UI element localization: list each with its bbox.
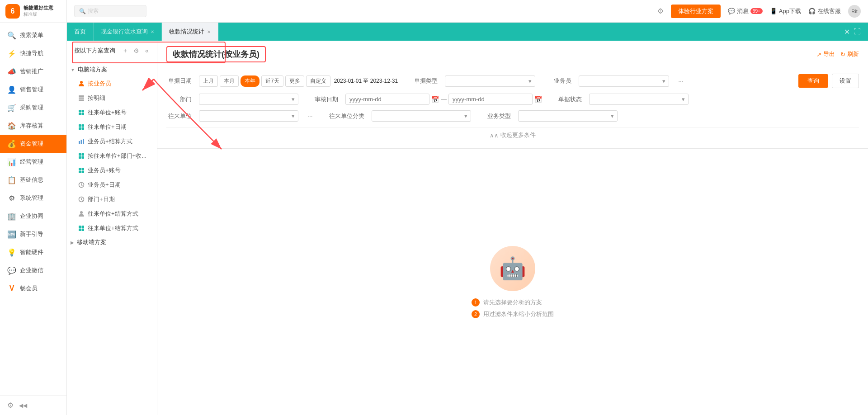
settings-scheme-icon[interactable]: ⚙: [132, 46, 141, 55]
scheme-item-salesperson-settlement-label: 业务员+结算方式: [88, 137, 132, 146]
tab-bank-flow[interactable]: 现金银行流水查询 ✕: [94, 23, 162, 41]
review-date-end[interactable]: [448, 94, 533, 105]
sidebar-item-enterprise[interactable]: 🏢 企业协同: [0, 207, 66, 225]
sidebar-item-sales[interactable]: 👤 销售管理: [0, 80, 66, 99]
notification-label: 消息: [737, 7, 749, 15]
sidebar-menu: 🔍 搜索菜单 ⚡ 快捷导航 📣 营销推广 👤 销售管理 🛒 采购管理 🏠 库存核…: [0, 23, 66, 395]
sidebar-item-label: 系统管理: [20, 194, 43, 202]
scheme-item-unit-date-label: 往来单位+日期: [88, 123, 127, 131]
person-scheme-icon: [78, 80, 85, 87]
scheme-item-by-salesperson[interactable]: 按业务员: [67, 76, 157, 91]
empty-state: 🤖 1 请先选择要分析的方案 2 用过滤条件来缩小分析范围: [157, 149, 868, 415]
counterpart-select[interactable]: [199, 110, 298, 122]
scheme-item-unit-dept-collect[interactable]: 按往来单位+部门+收...: [67, 149, 157, 163]
sidebar-item-system[interactable]: ⚙ 系统管理: [0, 189, 66, 207]
scheme-group-desktop-title[interactable]: ▼ 电脑端方案: [67, 63, 157, 76]
sidebar-settings-icon[interactable]: ⚙: [7, 401, 14, 410]
scheme-item-unit-account[interactable]: 往来单位+账号: [67, 105, 157, 120]
sidebar-item-purchase[interactable]: 🛒 采购管理: [0, 99, 66, 117]
person-icon: 👤: [7, 85, 16, 94]
tab-collection-stats-close-icon[interactable]: ✕: [207, 29, 211, 34]
scheme-item-unit-settlement1[interactable]: 往来单位+结算方式: [67, 207, 157, 221]
sidebar-bottom: ⚙ ◀◀: [0, 395, 66, 415]
export-icon: ↗: [816, 51, 821, 58]
empty-tip-2: 2 用过滤条件来缩小分析范围: [472, 310, 554, 318]
tab-home[interactable]: 首页: [67, 23, 94, 41]
megaphone-icon: 📣: [7, 67, 16, 76]
counterpart-more-icon[interactable]: ···: [306, 113, 315, 120]
date-btn-7days[interactable]: 近7天: [261, 75, 283, 87]
sidebar-item-member[interactable]: V 畅会员: [0, 279, 66, 297]
salesperson-more-icon[interactable]: ···: [676, 77, 685, 85]
chevron-right-icon: ▶: [71, 240, 74, 245]
sidebar-item-wechat[interactable]: 💬 企业微信: [0, 261, 66, 279]
tab-collection-stats[interactable]: 收款情况统计 ✕: [162, 23, 218, 41]
sidebar-item-operations[interactable]: 📊 经营管理: [0, 153, 66, 171]
online-service-action[interactable]: 🎧 在线客服: [808, 7, 841, 15]
scheme-item-salesperson-account[interactable]: 业务员+账号: [67, 163, 157, 178]
notification-action[interactable]: 💬 消息 99+: [728, 7, 763, 15]
scheme-item-dept-date[interactable]: 部门+日期: [67, 192, 157, 207]
date-btn-more[interactable]: 更多: [285, 75, 304, 87]
business-type-select[interactable]: [518, 110, 618, 122]
calendar-start-icon[interactable]: 📅: [431, 96, 439, 103]
scheme-item-unit-settlement1-label: 往来单位+结算方式: [88, 210, 138, 218]
sidebar-item-label: 采购管理: [20, 104, 43, 112]
topbar-gear-icon[interactable]: ⚙: [657, 7, 664, 15]
tab-home-label: 首页: [74, 28, 86, 36]
sidebar-collapse-icon[interactable]: ◀◀: [19, 402, 27, 409]
settings-button[interactable]: 设置: [832, 74, 859, 88]
sidebar-item-quick-nav[interactable]: ⚡ 快捷导航: [0, 44, 66, 62]
search-menu-input[interactable]: 🔍 搜索: [74, 5, 146, 17]
date-btn-this-year[interactable]: 本年: [241, 75, 259, 87]
salesperson-select[interactable]: [579, 75, 669, 87]
scheme-item-unit-dept-collect-label: 按往来单位+部门+收...: [88, 152, 146, 160]
sidebar-item-basic-info[interactable]: 📋 基础信息: [0, 171, 66, 189]
tab-bank-flow-close-icon[interactable]: ✕: [151, 29, 154, 34]
user-avatar[interactable]: Rit: [848, 5, 861, 18]
search-placeholder: 搜索: [88, 7, 99, 15]
sidebar-item-smart-hardware[interactable]: 💡 智能硬件: [0, 243, 66, 261]
doc-status-select[interactable]: [589, 94, 689, 105]
sidebar-item-guide[interactable]: 🆕 新手引导: [0, 225, 66, 243]
app-download-action[interactable]: 📱 App下载: [770, 7, 801, 15]
sidebar-item-finance[interactable]: 💰 资金管理: [0, 135, 66, 153]
sidebar-item-inventory[interactable]: 🏠 库存核算: [0, 117, 66, 135]
window-maximize-icon[interactable]: ⛶: [854, 28, 861, 36]
export-label: 导出: [823, 50, 835, 58]
scheme-item-unit-settlement2[interactable]: 往来单位+结算方式: [67, 221, 157, 236]
collapse-filter-button[interactable]: ∧∧ 收起更多条件: [166, 127, 859, 143]
review-date-start[interactable]: [345, 94, 429, 105]
scheme-item-by-detail[interactable]: 按明细: [67, 91, 157, 105]
date-btn-last-month[interactable]: 上月: [199, 75, 218, 87]
calendar-end-icon[interactable]: 📅: [534, 96, 542, 103]
counterpart-label: 往来单位: [166, 112, 192, 120]
query-button[interactable]: 查询: [798, 74, 828, 88]
counterpart-category-select[interactable]: [372, 110, 471, 122]
scheme-item-salesperson-settlement[interactable]: 业务员+结算方式: [67, 134, 157, 149]
dept-select[interactable]: [199, 94, 298, 105]
refresh-button[interactable]: ↻ 刷新: [840, 50, 859, 58]
scheme-item-salesperson-date[interactable]: 业务员+日期: [67, 178, 157, 192]
tip-2-text: 用过滤条件来缩小分析范围: [483, 310, 554, 318]
svg-rect-4: [79, 110, 81, 113]
collapse-scheme-icon[interactable]: «: [142, 46, 151, 55]
clipboard-icon: 📋: [7, 175, 16, 184]
logo-icon: 6: [5, 4, 20, 19]
scheme-group-mobile-title[interactable]: ▶ 移动端方案: [67, 236, 157, 249]
svg-rect-26: [79, 226, 81, 228]
window-close-icon[interactable]: ✕: [844, 28, 850, 36]
scheme-item-unit-date[interactable]: 往来单位+日期: [67, 120, 157, 134]
date-btn-custom[interactable]: 自定义: [306, 75, 330, 87]
add-scheme-icon[interactable]: +: [121, 46, 130, 55]
tabbar-right: ✕ ⛶: [844, 28, 868, 36]
export-button[interactable]: ↗ 导出: [816, 50, 835, 58]
sidebar-item-marketing[interactable]: 📣 营销推广: [0, 62, 66, 80]
date-btn-this-month[interactable]: 本月: [220, 75, 239, 87]
clock-scheme-icon: [78, 196, 85, 203]
sidebar-item-label: 资金管理: [20, 140, 43, 148]
doc-type-select[interactable]: [445, 75, 535, 87]
sidebar-item-search-menu[interactable]: 🔍 搜索菜单: [0, 26, 66, 44]
trial-button[interactable]: 体验行业方案: [671, 5, 721, 18]
app-logo: 6 畅捷通好生意 标准版: [0, 0, 66, 23]
